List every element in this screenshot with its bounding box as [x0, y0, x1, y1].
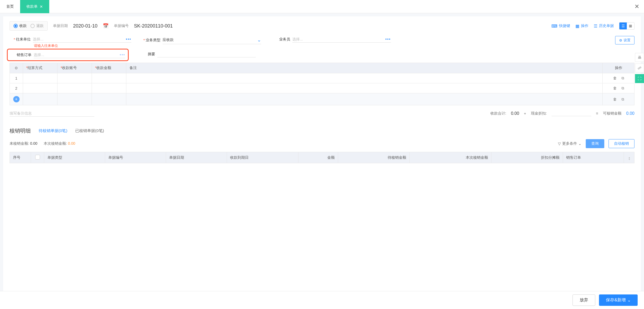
- shortcut-button[interactable]: ⌨ 快捷键: [551, 24, 570, 29]
- operation-button[interactable]: ▦ 操作: [575, 24, 588, 29]
- unwritten-value: 0.00: [30, 141, 37, 146]
- delete-icon[interactable]: 🗑: [613, 97, 617, 102]
- dots-icon[interactable]: •••: [126, 37, 131, 41]
- view-toggle: ☰ ⊞: [619, 22, 634, 30]
- col-discount[interactable]: 折扣分摊额: [491, 152, 563, 163]
- copy-icon[interactable]: ⧉: [621, 97, 624, 102]
- col-thistime[interactable]: 本次核销金额: [409, 152, 491, 163]
- chevron-down-icon: ⌄: [578, 142, 582, 146]
- table-add-row: + 🗑⧉: [10, 93, 634, 105]
- col-amount[interactable]: 金额: [298, 152, 338, 163]
- unwritten-label: 未核销金额:: [10, 141, 29, 146]
- col-type[interactable]: 单据类型: [44, 152, 105, 163]
- salesorder-input[interactable]: [34, 53, 120, 57]
- salesman-input[interactable]: [292, 37, 385, 41]
- col-seq: 序号: [10, 152, 31, 163]
- dots-icon[interactable]: •••: [120, 53, 125, 57]
- settings-button[interactable]: ⚙ 设置: [615, 36, 634, 44]
- table-row[interactable]: 2 🗑⧉: [10, 83, 634, 93]
- col-pending[interactable]: 待核销金额: [338, 152, 410, 163]
- tab-done[interactable]: 已核销单据(0笔): [75, 128, 104, 133]
- salesman-field: 业务员 •••: [269, 36, 391, 43]
- radio-refund[interactable]: 退款: [30, 24, 44, 28]
- select-all-checkbox[interactable]: [35, 155, 40, 160]
- summary-input[interactable]: [157, 52, 256, 56]
- discount-input[interactable]: [552, 111, 591, 116]
- rail-print-button[interactable]: 🖶: [635, 53, 644, 62]
- close-icon[interactable]: ✕: [40, 4, 43, 9]
- equals-sign: =: [596, 111, 598, 116]
- partner-field: *往来单位 ••• 请输入往来单位: [10, 36, 131, 43]
- radio-unchecked-icon: [30, 24, 35, 28]
- sort-icon[interactable]: ▲▼: [628, 157, 630, 160]
- gear-icon[interactable]: ⚙: [15, 66, 18, 70]
- more-conditions-button[interactable]: ▽ 更多条件 ⌄: [558, 141, 582, 146]
- number-label: 单据编号: [114, 24, 129, 28]
- calendar-icon[interactable]: 📅: [103, 23, 109, 29]
- col-due[interactable]: 收款到期日: [227, 152, 298, 163]
- delete-icon[interactable]: 🗑: [613, 86, 617, 90]
- keyboard-icon: ⌨: [551, 24, 557, 29]
- tab-home[interactable]: 首页: [0, 0, 20, 13]
- tab-receipt[interactable]: 收款单 ✕: [20, 0, 49, 13]
- view-list-button[interactable]: ☰: [619, 22, 627, 29]
- col-no[interactable]: 单据编号: [105, 152, 166, 163]
- payment-table: ⚙ *结算方式 *收款账号 *收款金额 备注 操作 1 🗑⧉ 2 🗑⧉ + 🗑⧉: [10, 63, 634, 105]
- remark-input[interactable]: [10, 110, 94, 117]
- total-value: 0.00: [511, 111, 519, 116]
- list-icon: ☰: [594, 24, 597, 29]
- salesorder-field: 销售订单 •••: [7, 49, 129, 61]
- view-card-button[interactable]: ⊞: [627, 22, 634, 29]
- grid-icon: ▦: [575, 24, 579, 29]
- thistime-label: 本次核销金额:: [44, 141, 67, 146]
- copy-icon[interactable]: ⧉: [621, 86, 624, 90]
- writeoff-value: 0.00: [626, 111, 634, 116]
- filter-icon: ▽: [558, 142, 561, 146]
- partner-input[interactable]: [33, 37, 126, 41]
- detail-table: 序号 单据类型 单据编号 单据日期 收款到期日 金额 待核销金额 本次核销金额 …: [10, 152, 634, 163]
- date-value[interactable]: 2020-01-10: [73, 23, 97, 29]
- date-label: 单据日期: [53, 24, 68, 28]
- section-title: 核销明细: [10, 127, 31, 134]
- tab-pending[interactable]: 待核销单据(0笔): [39, 128, 67, 133]
- rail-link-button[interactable]: ☍: [635, 63, 644, 72]
- summary-field: 摘要: [134, 51, 256, 57]
- query-button[interactable]: 查询: [586, 139, 604, 148]
- writeoff-label: 可核销金额: [603, 111, 621, 116]
- plus-sign: +: [524, 111, 526, 116]
- dots-icon[interactable]: •••: [385, 37, 391, 41]
- chevron-down-icon[interactable]: ⌄: [257, 37, 261, 43]
- add-row-button[interactable]: +: [13, 96, 20, 102]
- copy-icon[interactable]: ⧉: [621, 76, 624, 80]
- table-row[interactable]: 1 🗑⧉: [10, 73, 634, 83]
- biztype-field: *业务类型 ⌄: [139, 36, 261, 44]
- biztype-input[interactable]: [163, 38, 257, 42]
- thistime-value: 0.00: [68, 141, 75, 146]
- col-order[interactable]: 销售订单: [563, 152, 624, 163]
- delete-icon[interactable]: 🗑: [613, 76, 617, 80]
- receipt-type-radio-group: 收款 退款: [10, 21, 48, 31]
- partner-error: 请输入往来单位: [34, 43, 58, 48]
- col-date[interactable]: 单据日期: [166, 152, 227, 163]
- radio-checked-icon: [14, 24, 18, 28]
- gear-icon: ⚙: [619, 38, 622, 42]
- discount-label: 现金折扣:: [531, 111, 547, 116]
- close-all-icon[interactable]: ✕: [634, 3, 639, 10]
- number-value: SK-20200110-001: [134, 23, 173, 29]
- auto-writeoff-button[interactable]: 自动核销: [609, 139, 634, 148]
- rail-expand-button[interactable]: ⛶: [635, 74, 644, 83]
- history-button[interactable]: ☰ 历史单据: [594, 24, 614, 29]
- total-label: 收款合计:: [490, 111, 506, 116]
- radio-receive[interactable]: 收款: [14, 24, 27, 28]
